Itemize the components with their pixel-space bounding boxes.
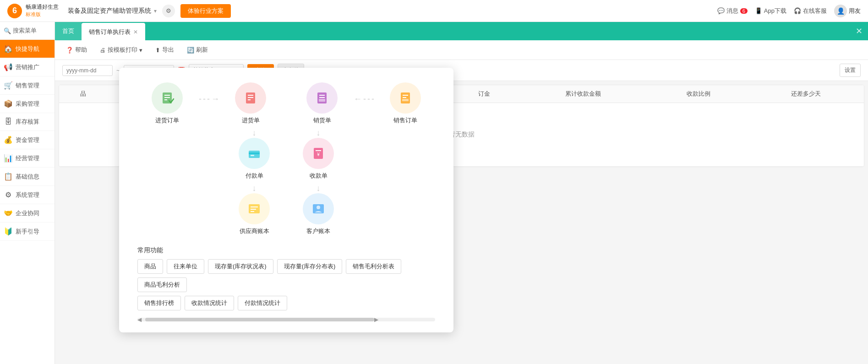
marketing-icon: 📢 — [4, 63, 13, 71]
scroll-left-icon[interactable]: ◀ — [137, 316, 142, 323]
arrow-h-2: ← - - - — [354, 94, 374, 113]
sidebar-item-system[interactable]: ⚙ 系统管理 — [0, 186, 55, 204]
sidebar-item-inventory[interactable]: 🗄 库存核算 — [0, 113, 55, 131]
sidebar-item-basic[interactable]: 📋 基础信息 — [0, 168, 55, 186]
system-name: 装备及固定资产辅助管理系统 ▾ — [68, 7, 157, 15]
sidebar-item-marketing[interactable]: 📢 营销推广 — [0, 58, 55, 76]
scroll-right-icon[interactable]: ▶ — [374, 316, 378, 323]
trial-button[interactable]: 体验行业方案 — [180, 4, 231, 18]
top-bar: 6 畅康通好生意 标准版 装备及固定资产辅助管理系统 ▾ ⚙ 体验行业方案 💬 … — [0, 0, 868, 22]
func-btn-stock-status[interactable]: 现存量(库存状况表) — [208, 259, 273, 274]
enterprise-icon: 🤝 — [4, 209, 13, 217]
svg-rect-15 — [402, 99, 409, 101]
sidebar-item-quick-nav[interactable]: 🏠 快捷导航 — [0, 40, 55, 58]
workflow-row-5: 供应商账本 — [137, 193, 435, 235]
workflow-diagram: 进货订单 - - - → — [137, 82, 435, 239]
wf-node-sales-order[interactable]: 销售订单 — [376, 82, 435, 125]
app-container: 6 畅康通好生意 标准版 装备及固定资产辅助管理系统 ▾ ⚙ 体验行业方案 💬 … — [0, 0, 868, 364]
func-btn-partners[interactable]: 往来单位 — [167, 259, 204, 274]
arrow-down-purchase: ↓ — [224, 128, 284, 138]
svg-point-27 — [317, 206, 320, 209]
sales-bill-label: 销货单 — [313, 116, 331, 125]
wf-node-supplier-account[interactable]: 供应商账本 — [224, 193, 284, 235]
payment-icon — [239, 138, 270, 169]
sidebar-item-enterprise[interactable]: 🤝 企业协同 — [0, 204, 55, 223]
sidebar-item-operations[interactable]: 📊 经营管理 — [0, 149, 55, 168]
guide-icon: 🔰 — [4, 227, 13, 236]
sidebar-item-purchase[interactable]: 📦 采购管理 — [0, 95, 55, 113]
download-icon: 📱 — [755, 7, 762, 14]
arrow-down-payment: ↓ — [224, 184, 284, 193]
wf-node-payment[interactable]: 付款单 — [224, 138, 284, 180]
system-icon: ⚙ — [4, 190, 13, 199]
supplier-account-label: 供应商账本 — [240, 227, 269, 235]
user-name: 用友 — [849, 7, 861, 15]
sidebar-search[interactable]: 🔍 搜索菜单 — [0, 22, 55, 40]
wf-node-purchase-bill[interactable]: 进货单 — [221, 82, 280, 125]
avatar: 👤 — [834, 5, 847, 17]
tab-close-icon[interactable]: ✕ — [133, 29, 138, 35]
operations-icon: 📊 — [4, 154, 13, 163]
brand-name: 畅康通好生意 — [26, 4, 59, 11]
func-btn-goods-profit[interactable]: 商品毛利分析 — [137, 277, 187, 292]
workflow-row-1: 进货订单 - - - → — [137, 82, 435, 125]
common-functions-section: 常用功能 商品 往来单位 现存量(库存状况表) 现存量(库存分布表) 销售毛利分… — [137, 246, 435, 310]
wf-node-receipt[interactable]: ¥ 收款单 — [289, 138, 348, 180]
sidebar-item-finance[interactable]: 💰 资金管理 — [0, 131, 55, 149]
brand-sub: 标准版 — [26, 11, 59, 18]
func-btn-goods[interactable]: 商品 — [137, 259, 163, 274]
modal-box: 进货订单 - - - → — [119, 68, 453, 332]
main-area: 🔍 搜索菜单 🏠 快捷导航 📢 营销推广 🛒 销售管理 📦 采购管理 🗄 — [0, 22, 868, 364]
search-icon: 🔍 — [4, 27, 11, 34]
tab-home[interactable]: 首页 — [55, 22, 82, 40]
sales-order-icon — [390, 82, 421, 114]
receipt-icon: ¥ — [303, 138, 334, 169]
logo-icon: 6 — [7, 4, 22, 18]
arrow-h-1: - - - → — [199, 94, 219, 113]
wf-node-purchase-order[interactable]: 进货订单 — [137, 82, 197, 125]
tab-sales-order[interactable]: 销售订单执行表 ✕ — [82, 23, 145, 41]
inventory-icon: 🗄 — [4, 118, 13, 126]
settings-button[interactable]: ⚙ — [162, 5, 175, 17]
online-service-button[interactable]: 🎧 在线客服 — [794, 7, 827, 15]
basic-icon: 📋 — [4, 172, 13, 181]
close-all-tabs-button[interactable]: ✕ — [856, 26, 863, 36]
modal-overlay: 进货订单 - - - → — [55, 40, 868, 364]
func-btn-receipt-stats[interactable]: 收款情况统计 — [185, 296, 234, 310]
message-badge: 6 — [740, 8, 748, 14]
message-button[interactable]: 💬 消息 6 — [717, 7, 748, 15]
sidebar-item-sales[interactable]: 🛒 销售管理 — [0, 76, 55, 95]
func-btn-payment-stats[interactable]: 付款情况统计 — [238, 296, 287, 310]
sidebar-item-guide[interactable]: 🔰 新手引导 — [0, 223, 55, 241]
func-btn-sales-profit[interactable]: 销售毛利分析表 — [346, 259, 401, 274]
customer-account-label: 客户账本 — [306, 227, 330, 235]
sales-bill-icon — [306, 82, 338, 114]
top-bar-right: 💬 消息 6 📱 App下载 🎧 在线客服 👤 用友 — [717, 5, 861, 17]
svg-rect-17 — [249, 152, 260, 154]
user-menu[interactable]: 👤 用友 — [834, 5, 861, 17]
finance-icon: 💰 — [4, 136, 13, 144]
purchase-bill-icon — [235, 82, 266, 114]
func-btns-row-1: 商品 往来单位 现存量(库存状况表) 现存量(库存分布表) 销售毛利分析表 商品… — [137, 259, 435, 292]
home-icon: 🏠 — [4, 44, 13, 53]
svg-rect-11 — [319, 99, 325, 102]
content-area: 首页 销售订单执行表 ✕ ✕ ❓ 帮助 🖨 — [55, 22, 868, 364]
func-btn-stock-dist[interactable]: 现存量(库存分布表) — [277, 259, 343, 274]
wf-node-sales-bill[interactable]: 销货单 — [292, 82, 352, 125]
tab-bar: 首页 销售订单执行表 ✕ ✕ — [55, 22, 868, 40]
app-download-button[interactable]: 📱 App下载 — [755, 7, 786, 15]
purchase-bill-label: 进货单 — [242, 116, 260, 125]
common-funcs-title: 常用功能 — [137, 246, 435, 255]
modal-scrollbar[interactable]: ◀ ▶ — [137, 318, 435, 321]
svg-text:¥: ¥ — [317, 152, 320, 157]
purchase-order-icon — [152, 82, 183, 114]
func-btn-sales-rank[interactable]: 销售排行榜 — [137, 296, 181, 310]
dropdown-arrow-icon[interactable]: ▾ — [154, 8, 157, 14]
wf-node-customer-account[interactable]: 客户账本 — [289, 193, 348, 235]
purchase-icon: 📦 — [4, 99, 13, 108]
arrow-down-sales: ↓ — [289, 128, 348, 138]
scrollbar-thumb[interactable] — [145, 318, 374, 321]
payment-label: 付款单 — [246, 172, 263, 180]
page-content: ❓ 帮助 🖨 按模板打印 ▾ ⬆ 导出 🔄 刷新 — [55, 40, 868, 364]
customer-account-icon — [303, 193, 334, 224]
